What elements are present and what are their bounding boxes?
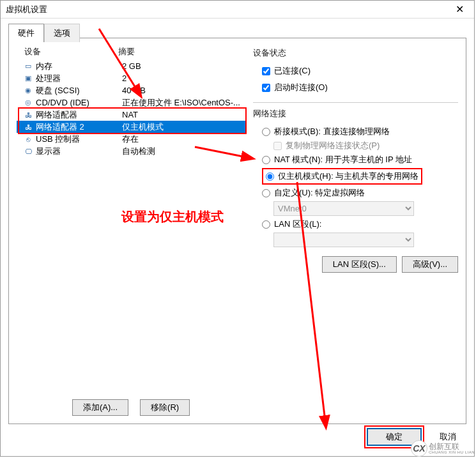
tab-options[interactable]: 选项 — [44, 24, 80, 42]
device-name: 处理器 — [36, 73, 122, 84]
close-icon[interactable]: ✕ — [450, 3, 469, 15]
connect-on-power-input[interactable] — [262, 84, 270, 92]
bridged-input[interactable] — [262, 128, 270, 136]
connect-on-power-checkbox[interactable]: 启动时连接(O) — [262, 82, 458, 93]
network-buttons: LAN 区段(S)... 高级(V)... — [253, 256, 458, 273]
custom-radio[interactable]: 自定义(U): 特定虚拟网络 — [262, 187, 458, 199]
device-name: 网络适配器 — [36, 109, 122, 121]
hardware-row-net1[interactable]: 🖧网络适配器NAT — [17, 109, 245, 121]
nat-radio[interactable]: NAT 模式(N): 用于共享主机的 IP 地址 — [262, 154, 458, 165]
hardware-panel: 设备 摘要 ▭内存2 GB▣处理器2◉硬盘 (SCSI)40 GB◎CD/DVD… — [17, 46, 245, 416]
cpu-icon: ▣ — [23, 74, 33, 83]
device-summary: 2 — [122, 73, 245, 83]
hardware-row-display[interactable]: 🖵显示器自动检测 — [17, 145, 245, 157]
device-name: 显示器 — [36, 146, 122, 157]
device-name: USB 控制器 — [36, 134, 122, 145]
memory-icon: ▭ — [23, 62, 33, 71]
hostonly-label[interactable]: 仅主机模式(H): 与主机共享的专用网络 — [278, 171, 418, 182]
watermark-logo-icon: CX — [411, 440, 427, 457]
hardware-row-hdd[interactable]: ◉硬盘 (SCSI)40 GB — [17, 84, 245, 96]
nic-icon: 🖧 — [23, 123, 33, 132]
watermark-text: 创新互联 — [429, 443, 475, 450]
advanced-button[interactable]: 高级(V)... — [402, 256, 458, 273]
device-summary: 存在 — [122, 134, 245, 145]
hardware-header: 设备 摘要 — [17, 46, 245, 60]
hardware-list[interactable]: ▭内存2 GB▣处理器2◉硬盘 (SCSI)40 GB◎CD/DVD (IDE)… — [17, 60, 245, 157]
watermark: CX 创新互联 CHUANG XIN HU LIAN — [411, 440, 475, 457]
network-radio-group: 桥接模式(B): 直接连接物理网络 复制物理网络连接状态(P) NAT 模式(N… — [253, 123, 458, 247]
window-title: 虚拟机设置 — [6, 4, 47, 15]
device-summary: 正在使用文件 E:\ISO\CentOS-... — [122, 97, 245, 109]
device-detail-panel: 设备状态 已连接(C) 启动时连接(O) 网络连接 桥接模式(B): 直接连接物… — [253, 46, 458, 416]
usb-icon: ⎋ — [23, 135, 33, 144]
lan-radio[interactable]: LAN 区段(L): — [262, 218, 458, 230]
disk-icon: ◉ — [23, 86, 33, 95]
titlebar: 虚拟机设置 ✕ — [1, 1, 474, 19]
custom-vmnet-combo: VMnet0 — [273, 201, 414, 216]
lan-segments-button[interactable]: LAN 区段(S)... — [322, 256, 397, 273]
hostonly-radio-wrap: 仅主机模式(H): 与主机共享的专用网络 — [262, 168, 458, 185]
device-name: 内存 — [36, 61, 122, 72]
network-heading: 网络连接 — [253, 108, 458, 119]
device-summary: 40 GB — [122, 86, 245, 95]
tab-hardware[interactable]: 硬件 — [8, 24, 44, 42]
device-name: 网络适配器 2 — [36, 121, 122, 133]
custom-input[interactable] — [262, 189, 270, 197]
replicate-input — [273, 142, 282, 150]
device-summary: 2 GB — [122, 61, 245, 71]
nat-input[interactable] — [262, 156, 270, 164]
lan-input[interactable] — [262, 220, 270, 229]
device-summary: NAT — [122, 110, 245, 119]
lan-segment-combo — [273, 233, 414, 247]
device-summary: 仅主机模式 — [122, 121, 245, 133]
hardware-row-net2[interactable]: 🖧网络适配器 2仅主机模式 — [17, 121, 245, 133]
hostonly-highlight-box: 仅主机模式(H): 与主机共享的专用网络 — [262, 168, 422, 185]
col-summary: 摘要 — [118, 46, 243, 57]
hostonly-input[interactable] — [266, 172, 274, 181]
device-name: CD/DVD (IDE) — [36, 98, 122, 107]
hardware-row-memory[interactable]: ▭内存2 GB — [17, 60, 245, 72]
remove-button[interactable]: 移除(R) — [140, 399, 190, 416]
status-heading: 设备状态 — [253, 47, 458, 59]
add-button[interactable]: 添加(A)... — [72, 399, 128, 416]
bridged-radio[interactable]: 桥接模式(B): 直接连接物理网络 — [262, 126, 458, 137]
device-name: 硬盘 (SCSI) — [36, 85, 122, 96]
tab-content: 设备 摘要 ▭内存2 GB▣处理器2◉硬盘 (SCSI)40 GB◎CD/DVD… — [8, 38, 466, 424]
nic-icon: 🖧 — [23, 111, 33, 119]
replicate-checkbox: 复制物理网络连接状态(P) — [273, 140, 458, 151]
vm-settings-window: 虚拟机设置 ✕ 硬件 选项 设备 摘要 ▭内存2 GB▣处理器2◉硬盘 (SCS… — [0, 0, 475, 457]
hardware-row-cddvd[interactable]: ◎CD/DVD (IDE)正在使用文件 E:\ISO\CentOS-... — [17, 96, 245, 109]
separator — [253, 102, 458, 103]
display-icon: 🖵 — [23, 147, 33, 156]
watermark-sub: CHUANG XIN HU LIAN — [429, 450, 475, 454]
hardware-buttons: 添加(A)... 移除(R) — [17, 399, 245, 416]
device-summary: 自动检测 — [122, 146, 245, 157]
col-device: 设备 — [19, 46, 118, 57]
hardware-row-cpu[interactable]: ▣处理器2 — [17, 72, 245, 84]
hardware-row-usb[interactable]: ⎋USB 控制器存在 — [17, 133, 245, 145]
connected-input[interactable] — [262, 67, 270, 75]
cd-icon: ◎ — [23, 98, 33, 107]
connected-checkbox[interactable]: 已连接(C) — [262, 65, 458, 77]
